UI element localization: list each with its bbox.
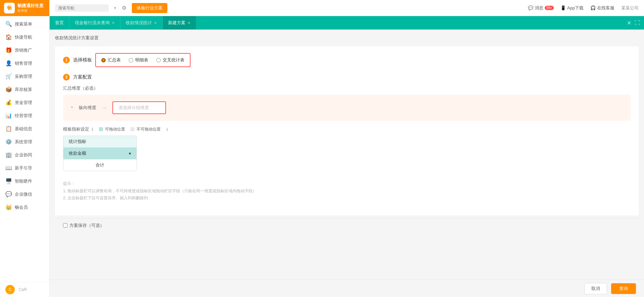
search-icon: 🔍 (5, 21, 12, 27)
sidebar-item-hardware[interactable]: 🖥️ 智能硬件 (0, 175, 49, 188)
tab-bar-actions: ✕ ⛶ (623, 16, 644, 30)
close-tab-action[interactable]: ✕ (627, 20, 631, 26)
tab-collection-stats[interactable]: 收款情况统计 ✕ (120, 16, 163, 30)
customer-service-item[interactable]: 🎧 在线客服 (590, 5, 614, 11)
query-button[interactable]: 查询 (611, 283, 636, 294)
legend-movable: 可拖动位置 (99, 127, 125, 132)
sidebar: 畅 畅捷通好生意 标准版 🔍 搜索菜单 🏠 快捷导航 🎁 营销推广 👤 销售管理… (0, 0, 50, 297)
tab-close-bank-flow[interactable]: ✕ (112, 21, 115, 25)
home-icon: 🏠 (5, 34, 12, 40)
expand-icon[interactable]: ▾ (114, 5, 116, 10)
dimension-config: 汇总维度（必选） * 纵向维度 → 请选择分组维度 (63, 85, 631, 121)
money-icon: 💰 (5, 99, 12, 106)
tips-section: 提示： 1. 拖动标题栏可以调整布局，不可跨维度或指标区域拖动栏目字段（只能在同… (63, 180, 631, 202)
sidebar-item-sales[interactable]: 👤 销售管理 (0, 57, 49, 70)
tab-home[interactable]: 首页 (50, 16, 69, 30)
hardware-icon: 🖥️ (5, 178, 12, 184)
radio-summary[interactable]: 汇总表 (101, 57, 121, 63)
settings-card: 1 选择模板 汇总表 明细表 交叉统计表 (55, 46, 639, 215)
indicator-header: 统计指标 (63, 136, 137, 148)
template-options: 汇总表 明细表 交叉统计表 (95, 53, 191, 67)
book-icon: 📖 (5, 165, 12, 171)
radio-detail[interactable]: 明细表 (129, 57, 148, 63)
box-icon: 📦 (5, 86, 12, 93)
save-option[interactable]: 方案保存（可选） (63, 222, 631, 229)
tab-close-new-plan[interactable]: ✕ (187, 21, 191, 25)
required-mark: * (71, 105, 73, 110)
sidebar-item-search[interactable]: 🔍 搜索菜单 (0, 17, 49, 31)
sidebar-item-system[interactable]: ⚙️ 系统管理 (0, 135, 49, 148)
sidebar-item-basic[interactable]: 📋 基础信息 (0, 122, 49, 135)
tips-title: 提示： (63, 181, 75, 186)
indicator-table: 统计指标 收款金额 ▾ 合计 (63, 136, 137, 171)
step1-section: 1 选择模板 汇总表 明细表 交叉统计表 (63, 53, 631, 67)
settings-icon: ⚙️ (5, 139, 12, 145)
vertical-label: 纵向维度 (79, 105, 96, 111)
enterprise-icon: 🏢 (5, 152, 12, 158)
sidebar-item-marketing[interactable]: 🎁 营销推广 (0, 44, 49, 57)
sidebar-item-operation[interactable]: 📊 经营管理 (0, 109, 49, 122)
footer-actions: 取消 查询 (50, 280, 644, 297)
legend-fixed: 不可拖动位置 (130, 127, 161, 132)
cart-icon: 🛒 (5, 73, 12, 80)
sidebar-item-quick-nav[interactable]: 🏠 快捷导航 (0, 31, 49, 44)
sidebar-nav: 🔍 搜索菜单 🏠 快捷导航 🎁 营销推广 👤 销售管理 🛒 采购管理 📦 库存核… (0, 16, 49, 282)
total-cell: 合计 (63, 159, 137, 171)
fixed-dot (130, 127, 135, 131)
chart-icon: 📊 (5, 112, 12, 119)
user-name: 某某公司 (621, 5, 639, 11)
tab-bar: 首页 现金银行流水查询 ✕ 收款情况统计 ✕ 新建方案 ✕ ✕ ⛶ (50, 16, 644, 30)
gift-icon: 🎁 (5, 47, 12, 53)
chat-icon: 💬 (5, 191, 12, 197)
industry-btn[interactable]: 体验行业方案 (132, 3, 167, 13)
indicator-legend: 模板指标设定（ 可拖动位置 不可拖动位置 ） (63, 126, 631, 132)
sidebar-item-inventory[interactable]: 📦 库存核算 (0, 83, 49, 96)
search-nav-input[interactable] (55, 4, 109, 12)
tab-close-collection-stats[interactable]: ✕ (154, 21, 157, 25)
arrow-icon: → (102, 105, 107, 111)
sidebar-item-member[interactable]: 👑 畅会员 (0, 201, 49, 214)
sidebar-item-finance[interactable]: 💰 资金管理 (0, 96, 49, 109)
sidebar-footer: C CaR (0, 282, 49, 297)
indicator-label: 模板指标设定（ (63, 126, 94, 132)
radio-cross[interactable]: 交叉统计表 (156, 57, 184, 63)
sidebar-item-purchase[interactable]: 🛒 采购管理 (0, 70, 49, 83)
logo-icon: 畅 (4, 3, 15, 13)
crown-icon: 👑 (5, 204, 12, 210)
save-checkbox[interactable] (63, 223, 67, 228)
legend-close-paren: ） (166, 127, 170, 132)
content-area: 收款情况统计方案设置 1 选择模板 汇总表 明细表 (50, 30, 644, 280)
tab-new-plan[interactable]: 新建方案 ✕ (163, 16, 196, 30)
message-item[interactable]: 💬 消息 99+ (528, 5, 554, 11)
dimension-label: 汇总维度（必选） (63, 85, 631, 91)
sidebar-item-guide[interactable]: 📖 新手引导 (0, 161, 49, 175)
tab-bank-flow[interactable]: 现金银行流水查询 ✕ (69, 16, 120, 30)
maximize-action[interactable]: ⛶ (635, 20, 640, 26)
step2-number: 2 (63, 74, 70, 81)
gear-icon[interactable]: ⚙ (122, 5, 126, 11)
sidebar-item-enterprise[interactable]: 🏢 企业协同 (0, 148, 49, 161)
cancel-button[interactable]: 取消 (584, 283, 607, 294)
user-avatar: C (5, 285, 15, 294)
movable-dot (99, 127, 103, 131)
dimension-area: * 纵向维度 → 请选择分组维度 (63, 95, 631, 121)
step1-title: 选择模板 (73, 57, 92, 63)
dimension-select[interactable]: 请选择分组维度 (112, 101, 166, 114)
metric-dropdown-icon[interactable]: ▾ (129, 151, 131, 156)
tip1: 1. 拖动标题栏可以调整布局，不可跨维度或指标区域拖动栏目字段（只能在同一维度或… (63, 188, 631, 195)
dimension-row: * 纵向维度 → 请选择分组维度 (71, 101, 623, 114)
message-icon: 💬 (528, 5, 533, 10)
indicator-section: 模板指标设定（ 可拖动位置 不可拖动位置 ） 统计指标 (63, 126, 631, 172)
user-icon: 👤 (5, 60, 12, 66)
metric-row[interactable]: 收款金额 ▾ (63, 148, 137, 159)
step1-number: 1 (63, 57, 70, 63)
step2-title: 方案配置 (73, 74, 92, 80)
header-right: 💬 消息 99+ 📱 App下载 🎧 在线客服 某某公司 (528, 5, 639, 11)
app-download-item[interactable]: 📱 App下载 (560, 5, 584, 11)
footer-user-label: CaR (19, 287, 27, 292)
main-area: ▾ ⚙ 体验行业方案 💬 消息 99+ 📱 App下载 🎧 在线客服 某某公司 … (50, 0, 644, 297)
sidebar-item-wechat[interactable]: 💬 企业微信 (0, 188, 49, 201)
sidebar-logo: 畅 畅捷通好生意 标准版 (0, 0, 49, 16)
logo-text: 畅捷通好生意 标准版 (17, 3, 44, 13)
list-icon: 📋 (5, 126, 12, 132)
